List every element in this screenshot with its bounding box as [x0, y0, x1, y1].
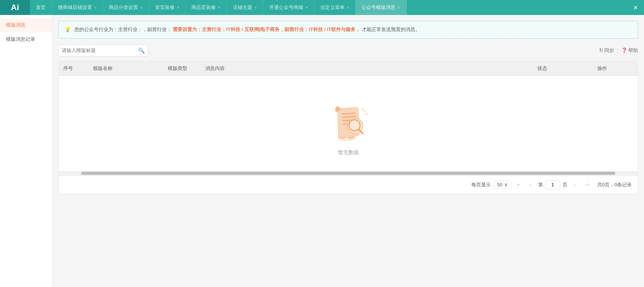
- per-page-value: 50: [497, 182, 502, 187]
- col-header-status: 状态: [533, 61, 593, 76]
- top-nav: Ai 首页微商城店铺设置×商品分类设置×首页装修×商品页装修×店铺主题×开通公众…: [0, 0, 644, 15]
- search-icon[interactable]: 🔍: [138, 48, 145, 54]
- nav-tab-close-open-mall[interactable]: ×: [305, 5, 308, 10]
- col-header-name: 模版名称: [89, 61, 163, 76]
- help-button[interactable]: ❓ 帮助: [621, 47, 638, 54]
- svg-line-8: [363, 110, 366, 112]
- horizontal-scrollbar[interactable]: [59, 171, 638, 175]
- pagination: 每页显示 50 ∨ ⊢ ‹ 第 页 › ⊣ 共0页，0条记录: [59, 175, 638, 194]
- main-layout: 模版消息模版消息记录 💡 您的公众号行业为：主营行业：，副营行业： 需要设置为：…: [0, 15, 644, 287]
- page-word: 第: [538, 181, 543, 188]
- toolbar-right: ↻ 同步 | ❓ 帮助: [599, 47, 638, 54]
- search-bar-row: 🔍 ↻ 同步 | ❓ 帮助: [58, 45, 638, 57]
- nav-tab-close-template-msg[interactable]: ×: [398, 5, 400, 10]
- help-icon: ❓: [621, 48, 627, 53]
- data-table: 序号 模版名称 模版类型 消息内容 状态 操作: [58, 61, 638, 194]
- sidebar: 模版消息模版消息记录: [0, 15, 52, 287]
- nav-tab-home-decoration[interactable]: 首页装修×: [149, 0, 185, 15]
- current-page-input[interactable]: [545, 180, 560, 189]
- toolbar-divider: |: [617, 48, 618, 53]
- help-label: 帮助: [628, 47, 638, 54]
- per-page-dropdown-icon: ∨: [504, 182, 508, 187]
- per-page-select[interactable]: 50 ∨: [494, 181, 511, 189]
- nav-tab-shop-settings[interactable]: 微商城店铺设置×: [52, 0, 103, 15]
- nav-tab-category-settings[interactable]: 商品分类设置×: [103, 0, 149, 15]
- sync-label: 同步: [604, 47, 614, 54]
- search-input[interactable]: [62, 48, 138, 53]
- empty-illustration: [326, 98, 371, 143]
- logo-text: Ai: [11, 3, 19, 12]
- nav-tab-product-decoration[interactable]: 商品页装修×: [185, 0, 227, 15]
- scrollbar-thumb[interactable]: [81, 172, 615, 175]
- banner-prefix: 您的公众号行业为：主营行业：，副营行业：: [74, 27, 172, 32]
- col-header-content: 消息内容: [201, 61, 533, 76]
- empty-state: 暂无数据: [59, 76, 638, 171]
- col-header-action: 操作: [593, 61, 638, 76]
- nav-tab-home[interactable]: 首页: [30, 0, 52, 15]
- nav-tab-custom-menu[interactable]: 自定义菜单×: [314, 0, 355, 15]
- nav-tab-close-home-decoration[interactable]: ×: [177, 5, 179, 10]
- bulb-icon: 💡: [65, 27, 71, 32]
- nav-tab-open-mall[interactable]: 开通公众号商城×: [263, 0, 314, 15]
- first-page-button[interactable]: ⊢: [514, 180, 523, 189]
- search-input-wrap[interactable]: 🔍: [58, 45, 148, 57]
- page-unit: 页: [563, 181, 567, 188]
- global-close-button[interactable]: ✕: [627, 4, 644, 11]
- per-page-label: 每页显示: [471, 181, 491, 188]
- nav-tab-close-category-settings[interactable]: ×: [140, 5, 142, 10]
- nav-tabs: 首页微商城店铺设置×商品分类设置×首页装修×商品页装修×店铺主题×开通公众号商城…: [30, 0, 627, 15]
- nav-tab-shop-theme[interactable]: 店铺主题×: [227, 0, 263, 15]
- col-header-seq: 序号: [59, 61, 89, 76]
- nav-tab-close-product-decoration[interactable]: ×: [218, 5, 220, 10]
- prev-page-button[interactable]: ‹: [526, 180, 535, 189]
- col-header-type: 模版类型: [163, 61, 201, 76]
- sync-button[interactable]: ↻ 同步: [599, 47, 614, 54]
- sync-icon: ↻: [599, 48, 603, 53]
- nav-tab-template-msg[interactable]: 公众号模版消息×: [355, 0, 406, 15]
- last-page-button[interactable]: ⊣: [582, 180, 591, 189]
- banner-highlight: 需要设置为：主营行业：IT科技 / 互联网|电子商务，副营行业：IT科技 / I…: [173, 27, 360, 32]
- table-header: 序号 模版名称 模版类型 消息内容 状态 操作: [59, 61, 638, 76]
- nav-tab-close-shop-theme[interactable]: ×: [255, 5, 257, 10]
- svg-line-10: [362, 108, 363, 110]
- next-page-button[interactable]: ›: [570, 180, 579, 189]
- nav-tab-close-shop-settings[interactable]: ×: [94, 5, 96, 10]
- app-logo: Ai: [0, 0, 30, 15]
- content-area: 💡 您的公众号行业为：主营行业：，副营行业： 需要设置为：主营行业：IT科技 /…: [52, 15, 644, 287]
- banner-suffix: 才能正常发送预置的消息。: [362, 27, 420, 32]
- sidebar-item-template-msg[interactable]: 模版消息: [0, 18, 52, 32]
- info-banner: 💡 您的公众号行业为：主营行业：，副营行业： 需要设置为：主营行业：IT科技 /…: [58, 21, 638, 39]
- empty-text: 暂无数据: [338, 149, 359, 156]
- sidebar-item-template-msg-records[interactable]: 模版消息记录: [0, 32, 52, 46]
- page-input-area: 第 页: [538, 180, 567, 189]
- total-info: 共0页，0条记录: [597, 181, 632, 188]
- nav-tab-close-custom-menu[interactable]: ×: [347, 5, 349, 10]
- svg-line-9: [365, 113, 367, 114]
